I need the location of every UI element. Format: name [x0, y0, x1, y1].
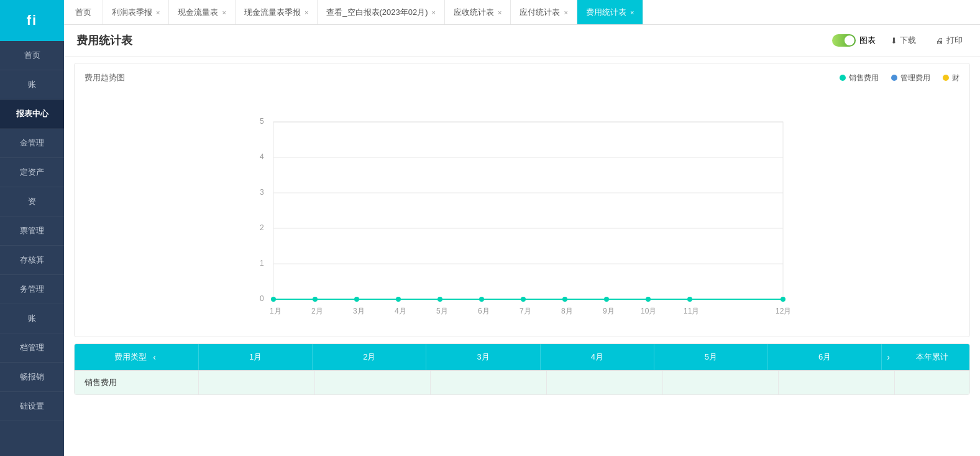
tab-blank[interactable]: 查看_空白报表(2023年02月) ×	[318, 0, 445, 24]
page-content: 费用统计表 图表 ⬇ 下载 🖨 打印	[64, 25, 980, 456]
svg-text:10月: 10月	[641, 307, 656, 315]
sidebar-logo: fi	[0, 0, 64, 41]
table-header-total: 本年累计	[895, 344, 969, 370]
tab-home[interactable]: 首页	[64, 0, 103, 24]
table-cell-total	[895, 371, 969, 394]
table-header-m3: 3月	[426, 344, 540, 370]
table-header-m6: 6月	[768, 344, 882, 370]
sidebar: fi 首页 账 报表中心 金管理 定资产 资 票管理 存核算 务管理 账 档管理…	[0, 0, 64, 456]
svg-text:0: 0	[260, 294, 264, 303]
sidebar-item-account[interactable]: 账	[0, 70, 64, 100]
legend-label-sales: 销售费用	[849, 73, 879, 83]
svg-text:8月: 8月	[561, 307, 573, 315]
svg-point-14	[313, 297, 318, 302]
sidebar-item-ledger[interactable]: 账	[0, 304, 64, 333]
svg-text:5: 5	[260, 117, 264, 126]
download-button[interactable]: ⬇ 下载	[886, 32, 921, 49]
type-label: 费用类型	[114, 351, 147, 363]
sidebar-item-report-center[interactable]: 报表中心	[0, 100, 64, 129]
print-button[interactable]: 🖨 打印	[931, 32, 968, 49]
close-tab-blank[interactable]: ×	[432, 9, 436, 16]
legend-sales: 销售费用	[840, 73, 879, 83]
sidebar-item-inventory[interactable]: 存核算	[0, 246, 64, 275]
table-cell-type: 销售费用	[75, 371, 199, 394]
toggle-label: 图表	[859, 35, 876, 46]
table-header-m2: 2月	[313, 344, 426, 370]
table-header-m1: 1月	[199, 344, 313, 370]
svg-text:4: 4	[260, 152, 264, 161]
close-tab-ar[interactable]: ×	[498, 9, 501, 16]
chart-title: 费用趋势图	[85, 72, 125, 83]
tab-expense[interactable]: 费用统计表 ×	[577, 0, 643, 24]
page-title: 费用统计表	[76, 33, 132, 48]
svg-point-18	[479, 297, 484, 302]
svg-point-15	[354, 297, 359, 302]
svg-text:3月: 3月	[353, 307, 365, 315]
legend-dot-finance	[943, 75, 949, 81]
svg-point-21	[604, 297, 609, 302]
svg-text:7月: 7月	[520, 307, 531, 315]
tab-ap[interactable]: 应付统计表 ×	[511, 0, 577, 24]
svg-point-19	[521, 297, 526, 302]
table-row-sales: 销售费用	[75, 370, 969, 394]
svg-point-23	[687, 297, 692, 302]
sidebar-item-ticket-mgmt[interactable]: 票管理	[0, 216, 64, 246]
header-actions: 图表 ⬇ 下载 🖨 打印	[832, 32, 968, 49]
svg-text:9月: 9月	[603, 307, 615, 315]
page-header: 费用统计表 图表 ⬇ 下载 🖨 打印	[64, 25, 980, 57]
chart-toggle-wrap: 图表	[832, 34, 876, 47]
expense-table: 费用类型 ‹ 1月 2月 3月 4月 5月 6月 › 本年累计 销售费	[74, 343, 970, 395]
table-header-row: 费用类型 ‹ 1月 2月 3月 4月 5月 6月 › 本年累计	[75, 344, 969, 370]
trend-chart: 0 1 2 3 4 5	[85, 90, 959, 326]
sidebar-item-archive-mgmt[interactable]: 档管理	[0, 333, 64, 363]
svg-point-20	[562, 297, 567, 302]
legend-label-admin: 管理费用	[900, 73, 930, 83]
legend-label-finance: 财	[952, 73, 959, 83]
svg-point-24	[781, 297, 785, 302]
sidebar-item-service-mgmt[interactable]: 务管理	[0, 275, 64, 304]
prev-arrow[interactable]: ‹	[150, 352, 158, 362]
table-header-m5: 5月	[654, 344, 768, 370]
close-tab-cashflow-q[interactable]: ×	[305, 9, 308, 16]
tab-bar: 首页 利润表季报 × 现金流量表 × 现金流量表季报 × 查看_空白报表(202…	[64, 0, 980, 25]
table-cell-m5	[663, 371, 779, 394]
svg-text:12月: 12月	[776, 307, 791, 315]
sidebar-item-home[interactable]: 首页	[0, 41, 64, 70]
close-tab-expense[interactable]: ×	[630, 9, 634, 16]
svg-point-17	[437, 297, 442, 302]
sidebar-item-fixed-assets[interactable]: 定资产	[0, 158, 64, 187]
print-icon: 🖨	[936, 36, 944, 45]
close-tab-profit[interactable]: ×	[156, 9, 160, 16]
next-arrow[interactable]: ›	[882, 344, 895, 370]
svg-point-13	[271, 297, 276, 302]
chart-wrapper: 0 1 2 3 4 5	[85, 90, 959, 328]
download-label: 下载	[900, 35, 916, 46]
table-cell-m6	[779, 371, 895, 394]
close-tab-ap[interactable]: ×	[564, 9, 567, 16]
svg-text:2月: 2月	[311, 307, 323, 315]
chart-header: 费用趋势图 销售费用 管理费用 财	[85, 72, 959, 83]
sidebar-item-base-settings[interactable]: 础设置	[0, 392, 64, 421]
chart-section: 费用趋势图 销售费用 管理费用 财	[74, 63, 970, 337]
svg-text:1: 1	[260, 259, 264, 268]
table-cell-m1	[199, 371, 315, 394]
legend-dot-sales	[840, 75, 846, 81]
tab-profit[interactable]: 利润表季报 ×	[103, 0, 169, 24]
tab-cashflow[interactable]: 现金流量表 ×	[169, 0, 235, 24]
main-content: 首页 利润表季报 × 现金流量表 × 现金流量表季报 × 查看_空白报表(202…	[64, 0, 980, 456]
svg-text:11月: 11月	[684, 307, 699, 315]
close-tab-cashflow[interactable]: ×	[222, 9, 226, 16]
tab-ar[interactable]: 应收统计表 ×	[445, 0, 511, 24]
sidebar-item-expense[interactable]: 畅报销	[0, 363, 64, 392]
sidebar-item-assets[interactable]: 资	[0, 187, 64, 216]
svg-text:6月: 6月	[478, 307, 490, 315]
legend-admin: 管理费用	[891, 73, 930, 83]
chart-toggle[interactable]	[832, 34, 856, 47]
tab-cashflow-q[interactable]: 现金流量表季报 ×	[236, 0, 318, 24]
svg-text:5月: 5月	[436, 307, 448, 315]
page-container: 费用统计表 图表 ⬇ 下载 🖨 打印	[64, 25, 980, 456]
table-cell-m4	[547, 371, 663, 394]
sidebar-item-fund-mgmt[interactable]: 金管理	[0, 129, 64, 158]
svg-text:2: 2	[260, 223, 264, 232]
svg-text:4月: 4月	[395, 307, 406, 315]
